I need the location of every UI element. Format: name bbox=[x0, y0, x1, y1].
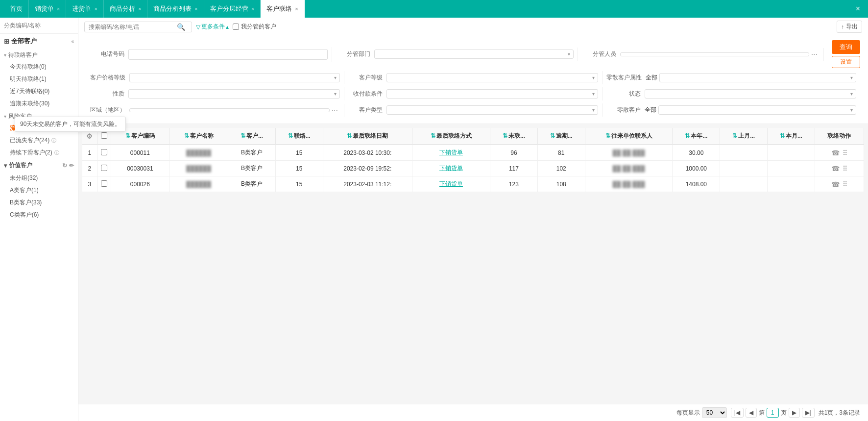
filter-panel: 电话号码 分管部门 ▾ 分管人员 ··· 查询 bbox=[78, 36, 868, 124]
refresh-icon[interactable]: ↻ bbox=[62, 162, 67, 169]
tab-purchase-order[interactable]: 进货单 × bbox=[66, 0, 103, 18]
sidebar-item-a-class[interactable]: A类客户(1) bbox=[0, 184, 78, 197]
person-more-icon[interactable]: ··· bbox=[809, 50, 820, 59]
filter-dept: 分管部门 ▾ bbox=[332, 48, 578, 61]
cell-year-amount: 1408.00 bbox=[673, 176, 720, 192]
sidebar-item-ungrouped[interactable]: 未分组(32) bbox=[0, 172, 78, 184]
current-page: 1 bbox=[767, 408, 779, 418]
contact-action-icon[interactable]: ☎ bbox=[831, 149, 840, 157]
th-customer-type: ⇅客户... bbox=[228, 128, 276, 145]
table-row: 2 00030031 ██████ B类客户 15 2023-02-09 19:… bbox=[82, 161, 864, 176]
dept-select[interactable]: ▾ bbox=[374, 50, 574, 59]
status-select[interactable]: ▾ bbox=[645, 89, 856, 99]
area-more-icon[interactable]: ··· bbox=[330, 106, 340, 115]
tab-close-analysis[interactable]: × bbox=[138, 6, 141, 12]
last-page-btn[interactable]: ▶| bbox=[802, 408, 815, 418]
tab-close-contact[interactable]: × bbox=[295, 6, 298, 12]
sidebar: 🔍 ⊞ 全部客户 « ▾ 待联络客户 今天待联络(0) 明天待联络(1) 近7天… bbox=[0, 18, 78, 421]
first-page-btn[interactable]: |◀ bbox=[731, 408, 744, 418]
filter-person: 分管人员 ··· bbox=[578, 48, 824, 61]
method-link[interactable]: 下销货单 bbox=[439, 180, 463, 187]
chevron-down-icon-8: ▾ bbox=[592, 107, 595, 113]
contact-action-icon[interactable]: ☎ bbox=[831, 180, 840, 188]
sidebar-item-churned[interactable]: 已流失客户(24) ⓘ bbox=[0, 134, 78, 147]
person-select[interactable] bbox=[620, 52, 809, 56]
export-button[interactable]: ↑ 导出 bbox=[837, 21, 862, 33]
tab-customer-tier[interactable]: 客户分层经营 × bbox=[204, 0, 261, 18]
search-submit-icon[interactable]: 🔍 bbox=[177, 23, 185, 31]
th-last-date: ⇅最后联络日期 bbox=[323, 128, 412, 145]
cell-last-month bbox=[720, 145, 768, 161]
sidebar-group-value[interactable]: ▾ 价值客户 ↻ ✏ bbox=[0, 159, 78, 172]
tab-bar: 首页 销货单 × 进货单 × 商品分析 × 商品分析列表 × 客户分层经营 × … bbox=[0, 0, 868, 18]
nature-select[interactable]: ▾ bbox=[128, 89, 340, 99]
setting-button[interactable]: 设置 bbox=[832, 56, 860, 68]
more-action-icon[interactable]: ⠿ bbox=[843, 180, 847, 188]
next-page-btn[interactable]: ▶ bbox=[789, 408, 800, 418]
cell-last-date: 2023-02-03 11:12: bbox=[323, 176, 412, 192]
edit-icon[interactable]: ✏ bbox=[69, 162, 74, 169]
chevron-down-icon-9: ▾ bbox=[850, 107, 853, 113]
all-customers-header[interactable]: ⊞ 全部客户 « bbox=[0, 34, 78, 49]
filter-row-1: 电话号码 分管部门 ▾ 分管人员 ··· 查询 bbox=[86, 40, 860, 68]
chevron-down-icon-7: ▾ bbox=[850, 91, 853, 97]
price-level-select[interactable]: ▾ bbox=[129, 73, 340, 82]
sidebar-item-declining[interactable]: 持续下滑客户(2) ⓘ bbox=[0, 147, 78, 159]
cell-actions: ☎ ⠿ bbox=[815, 161, 864, 176]
cell-no: 1 bbox=[82, 145, 97, 161]
area-select[interactable] bbox=[129, 108, 330, 112]
more-action-icon[interactable]: ⠿ bbox=[843, 149, 847, 157]
cell-contact-count: 15 bbox=[275, 145, 323, 161]
customer-level-select[interactable]: ▾ bbox=[386, 73, 598, 82]
tab-close-sales[interactable]: × bbox=[57, 6, 60, 12]
filter-status: 状态 ▾ bbox=[603, 87, 860, 100]
customer-type-select[interactable]: ▾ bbox=[386, 105, 598, 115]
pagination-bar: 每页显示 50 100 200 |◀ ◀ 第 1 页 ▶ ▶| 共1页，3条记录 bbox=[78, 404, 868, 421]
sidebar-item-7days-contact[interactable]: 近7天待联络(0) bbox=[0, 85, 78, 98]
tab-close-tier[interactable]: × bbox=[251, 6, 254, 12]
row-checkbox[interactable] bbox=[101, 180, 107, 187]
payment-select[interactable]: ▾ bbox=[386, 89, 598, 99]
tab-home[interactable]: 首页 bbox=[4, 0, 29, 18]
tab-sales-order[interactable]: 销货单 × bbox=[29, 0, 66, 18]
method-link[interactable]: 下销货单 bbox=[439, 149, 463, 156]
cell-type: B类客户 bbox=[228, 176, 276, 192]
th-actions: 联络动作 bbox=[815, 128, 864, 145]
page-size-select[interactable]: 50 100 200 bbox=[702, 407, 727, 418]
sidebar-item-c-class[interactable]: C类客户(6) bbox=[0, 209, 78, 221]
th-no-contact: ⇅未联... bbox=[490, 128, 538, 145]
contact-action-icon[interactable]: ☎ bbox=[831, 165, 840, 173]
sidebar-item-tomorrow-contact[interactable]: 明天待联络(1) bbox=[0, 73, 78, 85]
my-customer-checkbox-wrap[interactable]: 我分管的客户 bbox=[233, 23, 276, 31]
query-button[interactable]: 查询 bbox=[832, 40, 860, 54]
cell-type: B类客户 bbox=[228, 145, 276, 161]
tab-close-purchase[interactable]: × bbox=[94, 6, 97, 12]
sidebar-group-pending[interactable]: ▾ 待联络客户 bbox=[0, 49, 78, 61]
phone-input[interactable] bbox=[128, 49, 328, 60]
sidebar-item-today-contact[interactable]: 今天待联络(0) bbox=[0, 61, 78, 73]
zero-customer-select[interactable]: ▾ bbox=[658, 105, 856, 115]
cell-type: B类客户 bbox=[228, 161, 276, 176]
tab-product-analysis[interactable]: 商品分析 × bbox=[104, 0, 147, 18]
prev-page-btn[interactable]: ◀ bbox=[746, 408, 757, 418]
zero-attr-select[interactable]: ▾ bbox=[659, 73, 856, 82]
sidebar-item-b-class[interactable]: B类客户(33) bbox=[0, 197, 78, 209]
chevron-down-icon-6: ▾ bbox=[592, 91, 595, 97]
my-customer-checkbox[interactable] bbox=[233, 24, 239, 30]
chevron-down-icon: ▾ bbox=[568, 51, 570, 57]
more-action-icon[interactable]: ⠿ bbox=[843, 165, 847, 173]
row-checkbox[interactable] bbox=[101, 149, 107, 155]
method-link[interactable]: 下销货单 bbox=[439, 165, 463, 172]
more-filter-btn[interactable]: ▽ 更多条件 ▴ bbox=[196, 23, 229, 31]
select-all-checkbox[interactable] bbox=[101, 132, 107, 139]
tab-product-analysis-list[interactable]: 商品分析列表 × bbox=[147, 0, 204, 18]
row-checkbox[interactable] bbox=[101, 165, 107, 171]
search-input[interactable] bbox=[89, 24, 177, 30]
column-settings-icon[interactable]: ⚙ bbox=[86, 132, 93, 140]
tab-close-analysis-list[interactable]: × bbox=[194, 6, 197, 12]
tab-customer-contact[interactable]: 客户联络 × bbox=[261, 0, 304, 18]
cell-no: 2 bbox=[82, 161, 97, 176]
close-all-tabs[interactable]: × bbox=[852, 4, 864, 13]
sidebar-search-input[interactable] bbox=[4, 22, 77, 29]
sidebar-item-overdue-contact[interactable]: 逾期未联络(30) bbox=[0, 98, 78, 110]
